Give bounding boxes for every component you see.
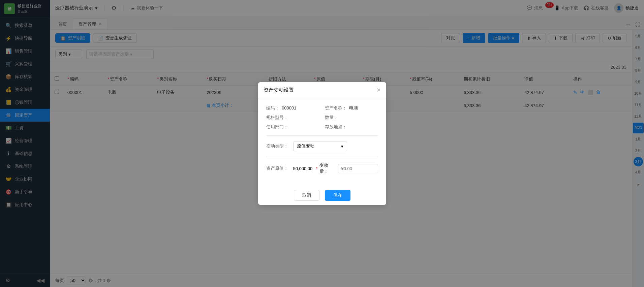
modal-close-btn[interactable]: ✕	[376, 87, 381, 93]
modal-storage-item: 存放地点：	[325, 124, 378, 130]
modal-change-type-control: 原值变动 ▾	[293, 141, 378, 151]
modal-overlay: 资产变动设置 ✕ 编码： 000001 资产名称： 电脑 规格型号： 数量：	[0, 0, 644, 287]
modal-footer: 取消 保存	[258, 186, 386, 205]
modal-quantity-item: 数量：	[325, 115, 378, 121]
modal-divider	[266, 135, 378, 136]
after-change-required: *	[316, 166, 317, 171]
modal-department-label: 使用部门：	[266, 124, 288, 129]
after-change-input[interactable]	[338, 164, 378, 173]
modal-title: 资产变动设置	[264, 87, 294, 93]
modal-asset-name-item: 资产名称： 电脑	[325, 105, 378, 111]
modal-change-type-label: 变动类型：	[266, 143, 293, 149]
modal-spec-label: 规格型号：	[266, 115, 288, 120]
modal-code-value: 000001	[282, 105, 296, 110]
modal-code-item: 编码： 000001	[266, 105, 319, 111]
change-type-dropdown-icon: ▾	[341, 144, 343, 149]
modal-code-label: 编码：	[266, 105, 279, 110]
modal-original-value-label: 资产原值：	[266, 165, 293, 171]
modal-original-value-field: 资产原值： 50,000.00 * 变动后：	[266, 162, 378, 174]
modal-divider2	[266, 157, 378, 157]
modal-info-grid: 编码： 000001 资产名称： 电脑 规格型号： 数量： 使用部门：	[266, 105, 378, 130]
modal-spec-item: 规格型号：	[266, 115, 319, 121]
modal-header: 资产变动设置 ✕	[258, 82, 386, 98]
modal-change-type-field: 变动类型： 原值变动 ▾	[266, 141, 378, 151]
modal-body: 编码： 000001 资产名称： 电脑 规格型号： 数量： 使用部门：	[258, 98, 386, 186]
modal-department-item: 使用部门：	[266, 124, 319, 130]
save-button[interactable]: 保存	[325, 190, 350, 201]
asset-change-modal: 资产变动设置 ✕ 编码： 000001 资产名称： 电脑 规格型号： 数量：	[258, 82, 386, 205]
modal-asset-name-value: 电脑	[349, 105, 358, 110]
modal-original-value-display: 50,000.00	[293, 166, 313, 171]
after-change-label: 变动后：	[319, 162, 335, 174]
modal-storage-label: 存放地点：	[325, 124, 347, 129]
change-type-select[interactable]: 原值变动 ▾	[293, 141, 347, 151]
modal-after-change-group: * 变动后：	[316, 162, 378, 174]
change-type-value: 原值变动	[297, 143, 314, 149]
cancel-button[interactable]: 取消	[294, 190, 319, 201]
modal-quantity-label: 数量：	[325, 115, 338, 120]
modal-value-row: 50,000.00 * 变动后：	[293, 162, 378, 174]
modal-asset-name-label: 资产名称：	[325, 105, 347, 110]
